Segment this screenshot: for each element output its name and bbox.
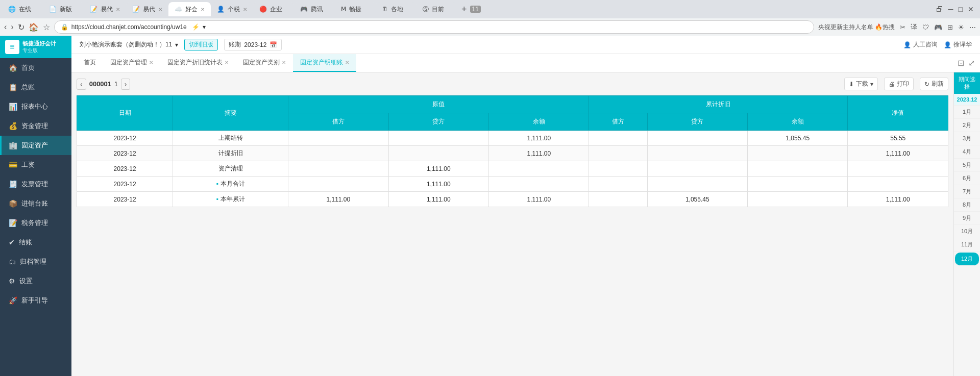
- browser-tab-yidai1[interactable]: 📝 易代 ✕: [84, 2, 126, 16]
- tab-asset-detail-ledger[interactable]: 固定资产明细账 ✕: [293, 54, 356, 72]
- translate-icon[interactable]: 译: [911, 22, 917, 32]
- support-button[interactable]: 👤 人工咨询: [903, 40, 938, 49]
- brightness-icon[interactable]: ☀: [958, 23, 964, 31]
- tab-fixed-assets-mgmt[interactable]: 固定资产管理 ✕: [103, 54, 160, 72]
- sidebar-item-tax[interactable]: 📝 税务管理: [0, 213, 71, 233]
- cell-date: 2023-12: [77, 192, 173, 207]
- url-text: https://cloud.chanjet.com/accounting/uw1…: [71, 23, 187, 31]
- home-button[interactable]: 🏠: [29, 22, 39, 32]
- sidebar-item-purchase[interactable]: 📦 进销台账: [0, 194, 71, 213]
- tab-close-icon[interactable]: ✕: [282, 60, 286, 65]
- period-item-10[interactable]: 10月: [954, 225, 980, 238]
- tab-close-icon[interactable]: ✕: [345, 60, 349, 65]
- next-page-button[interactable]: ›: [121, 79, 131, 90]
- collapse-button[interactable]: ⊡: [958, 58, 964, 68]
- period-item-9[interactable]: 9月: [954, 212, 980, 225]
- bookmark-button[interactable]: ☆: [43, 22, 50, 32]
- support-label: 人工咨询: [913, 40, 938, 49]
- restore-window-icon[interactable]: 🗗: [936, 5, 943, 13]
- browser-tab-gedi[interactable]: 🗓 各地: [376, 2, 416, 16]
- grid-icon[interactable]: ⊞: [947, 23, 953, 31]
- cell-net-value: 1,111.00: [848, 192, 948, 207]
- user-button[interactable]: 👤 徐译华: [944, 40, 972, 49]
- cell-summary: 计提折旧: [173, 146, 288, 161]
- cell-accum-balance: [748, 161, 848, 177]
- prev-page-button[interactable]: ‹: [77, 79, 86, 90]
- expand-button[interactable]: ⤢: [968, 58, 975, 68]
- refresh-icon: ↻: [924, 81, 929, 88]
- print-button[interactable]: 🖨 打印: [884, 78, 914, 90]
- cell-date: 2023-12: [77, 177, 173, 192]
- tab-close-icon[interactable]: ✕: [201, 7, 205, 12]
- period-item-1[interactable]: 1月: [954, 106, 980, 119]
- period-label: 账期: [229, 40, 241, 49]
- period-item-4[interactable]: 4月: [954, 145, 980, 159]
- browser-tab-geshui[interactable]: 👤 个税 ✕: [211, 2, 253, 16]
- cell-accum-debit: [589, 192, 647, 207]
- browser-tab-online[interactable]: 🌐 在线: [2, 2, 43, 16]
- address-bar[interactable]: 🔒 https://cloud.chanjet.com/accounting/u…: [54, 20, 814, 34]
- sidebar-item-archive[interactable]: 🗂 归档管理: [0, 252, 71, 271]
- browser-tab-haohui[interactable]: ☁️ 好会 ✕: [168, 2, 211, 16]
- sidebar-item-close[interactable]: ✔ 结账: [0, 233, 71, 252]
- shield-icon[interactable]: 🛡: [922, 23, 929, 31]
- sidebar-item-settings[interactable]: ⚙ 设置: [0, 271, 71, 291]
- th-orig-debit: 借方: [288, 113, 388, 131]
- tab-close-icon[interactable]: ✕: [243, 7, 247, 12]
- tab-asset-category[interactable]: 固定资产类别 ✕: [236, 54, 293, 72]
- period-item-3[interactable]: 3月: [954, 132, 980, 145]
- sidebar-item-fixed-assets[interactable]: 🏢 固定资产: [0, 136, 71, 155]
- sidebar-item-ledger[interactable]: 📋 总账: [0, 78, 71, 97]
- cell-orig-debit: [288, 131, 388, 146]
- tab-depreciation-stats[interactable]: 固定资产折旧统计表 ✕: [160, 54, 236, 72]
- refresh-button[interactable]: ↻: [18, 22, 24, 32]
- browser-tab-qiye[interactable]: 🔴 企业: [253, 2, 294, 16]
- period-header-label: 期间选择: [956, 76, 978, 91]
- maximize-icon[interactable]: □: [959, 5, 963, 13]
- tab-close-icon[interactable]: ✕: [149, 60, 153, 65]
- tab-close-icon[interactable]: ✕: [225, 60, 229, 65]
- download-button[interactable]: ⬇ 下载 ▾: [844, 78, 878, 90]
- browser-tab-tengxun[interactable]: 🎮 腾讯: [294, 2, 335, 16]
- period-item-year[interactable]: 2023.12: [954, 94, 980, 106]
- browser-tab-new[interactable]: 📄 新版: [43, 2, 84, 16]
- refresh-ledger-button[interactable]: ↻ 刷新: [920, 78, 948, 90]
- cell-orig-balance: [489, 161, 589, 177]
- sidebar-item-salary[interactable]: 💳 工资: [0, 155, 71, 174]
- th-orig-balance: 余额: [489, 113, 589, 131]
- browser-tab-muqian[interactable]: Ⓢ 目前: [416, 2, 457, 16]
- switch-version-button[interactable]: 切到旧版: [184, 39, 218, 51]
- sidebar-item-home[interactable]: 🏠 首页: [0, 58, 71, 78]
- company-selector[interactable]: 刘小艳演示账套（勿删勿动！）11 ▾: [80, 40, 178, 49]
- minimize-icon[interactable]: ─: [948, 5, 953, 13]
- period-selector[interactable]: 账期 2023-12 📅: [224, 39, 282, 51]
- sidebar-item-guide[interactable]: 🚀 新手引导: [0, 291, 71, 310]
- forward-button[interactable]: ›: [11, 22, 13, 32]
- th-accum-credit: 贷方: [647, 113, 747, 131]
- period-item-11[interactable]: 11月: [954, 238, 980, 252]
- settings-nav-icon: ⚙: [9, 277, 15, 285]
- settings-icon[interactable]: ⋯: [969, 23, 976, 31]
- back-button[interactable]: ‹: [4, 22, 7, 32]
- tab-close-icon[interactable]: ✕: [158, 7, 162, 12]
- browser-tab-changjie[interactable]: Ⅿ 畅捷: [335, 2, 376, 16]
- th-accum-balance: 余额: [748, 113, 848, 131]
- game-icon[interactable]: 🎮: [934, 23, 942, 31]
- expand-icon: ▾: [203, 23, 206, 31]
- period-item-6[interactable]: 6月: [954, 172, 980, 185]
- tab-icon: 📝: [132, 6, 140, 13]
- sidebar-item-funds[interactable]: 💰 资金管理: [0, 116, 71, 136]
- close-window-icon[interactable]: ✕: [968, 5, 974, 13]
- period-item-7[interactable]: 7月: [954, 185, 980, 198]
- cut-icon[interactable]: ✂: [900, 23, 905, 31]
- new-tab-button[interactable]: +: [461, 4, 467, 15]
- sidebar-item-invoice[interactable]: 🧾 发票管理: [0, 174, 71, 194]
- tab-close-icon[interactable]: ✕: [116, 7, 120, 12]
- period-item-2[interactable]: 2月: [954, 119, 980, 132]
- period-item-5[interactable]: 5月: [954, 159, 980, 172]
- sidebar-item-reports[interactable]: 📊 报表中心: [0, 97, 71, 116]
- browser-tab-yidai2[interactable]: 📝 易代 ✕: [126, 2, 168, 16]
- period-item-12[interactable]: 12月: [955, 253, 979, 266]
- period-item-8[interactable]: 8月: [954, 198, 980, 212]
- tab-home[interactable]: 首页: [77, 54, 103, 72]
